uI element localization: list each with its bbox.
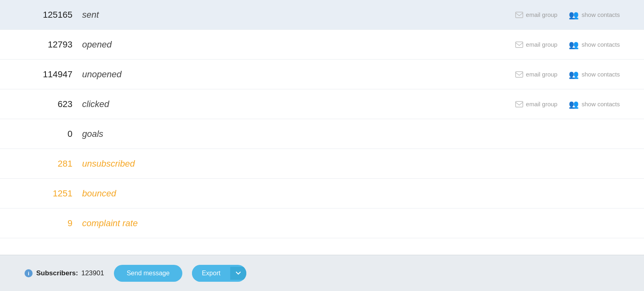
stat-number-goals: 0 [24,129,72,139]
show-contacts-link-clicked[interactable]: 👥 show contacts [569,99,620,109]
info-icon: i [24,269,33,278]
svg-text:i: i [28,270,29,277]
show-contacts-label: show contacts [582,11,620,18]
show-contacts-link-opened[interactable]: 👥 show contacts [569,40,620,50]
stats-row-unsubscribed: 281 unsubscribed [0,149,644,179]
stats-row-opened: 12793 opened email group 👥 [0,30,644,60]
stat-label-goals: goals [82,129,103,139]
stat-number-opened: 12793 [24,39,72,50]
subscribers-info: i Subscribers:123901 [24,269,104,278]
contacts-icon: 👥 [569,99,579,109]
stat-number-clicked: 623 [24,99,72,109]
email-group-link-clicked[interactable]: email group [515,101,557,107]
email-group-link-unopened[interactable]: email group [515,71,557,78]
email-icon [515,12,523,18]
send-message-button[interactable]: Send message [114,265,183,282]
stat-number-sent: 125165 [24,10,72,20]
stats-row-goals: 0 goals [0,119,644,149]
stat-label-clicked: clicked [82,99,109,109]
email-group-link-sent[interactable]: email group [515,11,557,18]
email-group-link-opened[interactable]: email group [515,41,557,48]
stat-number-unsubscribed: 281 [24,159,72,169]
footer-bar: i Subscribers:123901 Send message Export [0,255,644,291]
subscribers-label: Subscribers: [36,269,78,277]
stats-row-unopened: 114947 unopened email group 👥 [0,60,644,89]
email-icon [515,101,523,107]
email-icon [515,71,523,78]
email-group-label: email group [526,71,557,78]
row-actions-sent: email group 👥 show contacts [515,10,620,20]
subscribers-count: 123901 [81,269,104,277]
export-button[interactable]: Export [192,265,230,282]
svg-rect-0 [516,12,523,18]
stat-label-unsubscribed: unsubscribed [82,159,135,169]
email-icon [515,41,523,48]
row-actions-opened: email group 👥 show contacts [515,40,620,50]
stats-row-sent: 125165 sent email group 👥 [0,0,644,30]
svg-rect-2 [516,72,523,77]
svg-rect-3 [516,101,523,107]
stat-label-complaint-rate: complaint rate [82,218,138,229]
row-actions-unopened: email group 👥 show contacts [515,70,620,79]
export-button-group: Export [192,265,246,282]
show-contacts-label: show contacts [582,101,620,107]
export-dropdown-arrow[interactable] [230,267,246,280]
stat-label-unopened: unopened [82,69,122,80]
contacts-icon: 👥 [569,10,579,20]
email-group-label: email group [526,11,557,18]
show-contacts-label: show contacts [582,71,620,78]
stats-row-complaint-rate: 9 complaint rate [0,208,644,238]
contacts-icon: 👥 [569,70,579,79]
stats-row-bounced: 1251 bounced [0,179,644,208]
email-group-label: email group [526,41,557,48]
show-contacts-link-sent[interactable]: 👥 show contacts [569,10,620,20]
show-contacts-link-unopened[interactable]: 👥 show contacts [569,70,620,79]
show-contacts-label: show contacts [582,41,620,48]
stat-number-unopened: 114947 [24,69,72,80]
svg-rect-1 [516,42,523,47]
stat-number-complaint-rate: 9 [24,218,72,229]
row-actions-clicked: email group 👥 show contacts [515,99,620,109]
stat-number-bounced: 1251 [24,188,72,199]
stat-label-sent: sent [82,10,99,20]
contacts-icon: 👥 [569,40,579,50]
stats-list: 125165 sent email group 👥 [0,0,644,255]
stats-row-clicked: 623 clicked email group 👥 [0,89,644,119]
stat-label-bounced: bounced [82,188,116,199]
email-group-label: email group [526,101,557,107]
stat-label-opened: opened [82,39,111,50]
